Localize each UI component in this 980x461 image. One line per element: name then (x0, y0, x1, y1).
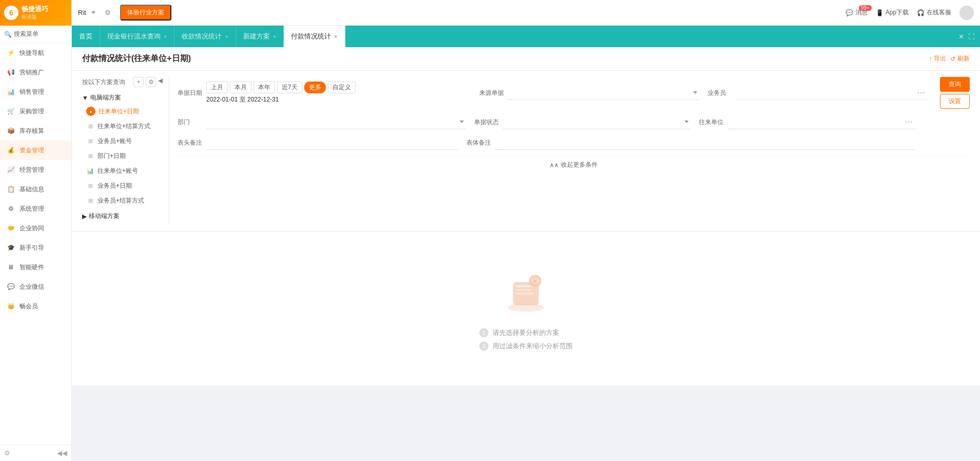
online-service-btn[interactable]: 🎧 在线客服 (917, 8, 951, 17)
settings-footer-icon[interactable]: ⚙ (4, 449, 10, 457)
table-icon-4: ⊞ (86, 182, 94, 190)
source-doc-field: 来源单据 (479, 86, 699, 100)
tab-bank-flow-label: 现金银行流水查询 (107, 32, 161, 41)
date-btn-custom[interactable]: 自定义 (328, 82, 356, 93)
quick-nav-label: 快捷导航 (19, 49, 44, 57)
trial-btn[interactable]: 体验行业方案 (120, 5, 171, 21)
enterprise-icon: 🤝 (6, 224, 15, 233)
tab-home[interactable]: 首页 (72, 26, 100, 47)
sidebar-item-quick-nav[interactable]: ⚡ 快捷导航 (0, 43, 71, 63)
enterprise-label: 企业协同 (19, 224, 44, 233)
tab-bank-flow-close[interactable]: × (164, 33, 167, 39)
date-btn-more[interactable]: 更多 (304, 82, 326, 93)
scheme-staff-settle-label: 业务员+结算方式 (97, 196, 144, 205)
scheme-unit-account[interactable]: 📊 往来单位+账号 (82, 164, 163, 178)
tab-payment-stat[interactable]: 付款情况统计 × (284, 26, 345, 47)
counterpart-select[interactable]: ··· (728, 115, 915, 129)
settings-btn[interactable]: 设置 (940, 94, 970, 109)
tab-collection-stat[interactable]: 收款情况统计 × (174, 26, 236, 47)
refresh-btn[interactable]: ↺ 刷新 (950, 54, 970, 63)
user-avatar[interactable] (959, 6, 974, 20)
collapse-more-btn[interactable]: ∧∧ 收起更多条件 (550, 161, 598, 169)
search-menu[interactable]: 🔍 搜索菜单 (0, 26, 71, 43)
sidebar-item-purchase[interactable]: 🛒 采购管理 (0, 102, 71, 121)
sidebar: 6 畅捷通巧 标准版 🔍 搜索菜单 ⚡ 快捷导航 📢 营销推广 📊 销售管理 🛒… (0, 0, 72, 461)
scheme-staff-date[interactable]: ⊞ 业务员+日期 (82, 179, 163, 193)
scheme-staff-account[interactable]: ⊞ 业务员+账号 (82, 134, 163, 148)
sidebar-item-member[interactable]: 👑 畅会员 (0, 296, 71, 316)
tab-new-scheme[interactable]: 新建方案 × (236, 26, 284, 47)
wechat-label: 企业微信 (19, 283, 44, 291)
scheme-staff-settle[interactable]: ⊞ 业务员+结算方式 (82, 194, 163, 208)
close-all-tabs-icon[interactable]: ✕ (958, 33, 964, 41)
tab-payment-stat-close[interactable]: × (334, 33, 337, 39)
scheme-settings-btn[interactable]: ⚙ (146, 77, 156, 87)
sidebar-item-hardware[interactable]: 🖥 智能硬件 (0, 257, 71, 277)
scheme-unit-date[interactable]: ● 往来单位+日期 (82, 104, 163, 118)
collapse-sidebar-icon[interactable]: ◀◀ (57, 449, 67, 457)
export-btn[interactable]: ↑ 导出 (929, 54, 946, 63)
refresh-icon: ↺ (950, 55, 955, 63)
sidebar-item-wechat[interactable]: 💬 企业微信 (0, 277, 71, 296)
app-download-btn[interactable]: 📱 App下载 (876, 8, 909, 17)
sidebar-item-marketing[interactable]: 📢 营销推广 (0, 63, 71, 82)
sidebar-item-basic[interactable]: 📋 基础信息 (0, 179, 71, 199)
expand-icon[interactable]: ⛶ (968, 33, 975, 41)
mobile-group-header[interactable]: ▶ 移动端方案 (82, 210, 163, 223)
scheme-actions: + ⚙ ◀ (133, 77, 163, 87)
purchase-icon: 🛒 (6, 107, 15, 116)
marketing-label: 营销推广 (19, 68, 44, 77)
messages-btn[interactable]: 💬 消息 99+ (846, 8, 868, 17)
guide-label: 新手引导 (19, 244, 44, 252)
staff-select[interactable]: ··· (736, 86, 928, 100)
sidebar-item-operation[interactable]: 📈 经营管理 (0, 160, 71, 179)
date-btn-this-year[interactable]: 本年 (253, 82, 275, 93)
collapse-bar: ∧∧ 收起更多条件 (178, 156, 970, 173)
scheme-unit-settle[interactable]: ⊞ 往来单位+结算方式 (82, 119, 163, 133)
brand-name: 畅捷通巧 (22, 5, 48, 13)
scheme-dept-date[interactable]: ⊞ 部门+日期 (82, 149, 163, 163)
desktop-group-header[interactable]: ▼ 电脑端方案 (82, 91, 163, 104)
counterpart-ellipsis[interactable]: ··· (905, 117, 913, 127)
sidebar-item-enterprise[interactable]: 🤝 企业协同 (0, 218, 71, 238)
desktop-scheme-group: ▼ 电脑端方案 ● 往来单位+日期 ⊞ 往来单位+结算方式 ⊞ 业务员+账号 (82, 91, 163, 208)
chart-icon-1: 📊 (86, 167, 94, 175)
tab-bank-flow[interactable]: 现金银行流水查询 × (100, 26, 174, 47)
desktop-group-label: 电脑端方案 (90, 93, 121, 102)
tab-new-scheme-close[interactable]: × (273, 33, 276, 39)
scheme-staff-date-label: 业务员+日期 (97, 182, 132, 190)
date-btn-7days[interactable]: 近7天 (277, 82, 302, 93)
date-btn-last-month[interactable]: 上月 (206, 82, 228, 93)
tab-collection-stat-close[interactable]: × (225, 33, 228, 39)
table-icon-2: ⊞ (86, 137, 94, 146)
messages-badge: 99+ (859, 5, 872, 11)
sidebar-item-sales[interactable]: 📊 销售管理 (0, 82, 71, 102)
sidebar-item-guide[interactable]: 🎓 新手引导 (0, 238, 71, 257)
sidebar-item-capital[interactable]: 💰 资金管理 (0, 141, 71, 160)
source-doc-select[interactable] (508, 86, 699, 100)
date-btn-this-month[interactable]: 本月 (230, 82, 251, 93)
date-field: 单据日期 上月 本月 本年 近7天 更多 自定义 2022-01-01 至 20… (178, 82, 471, 104)
dept-select[interactable] (206, 115, 466, 129)
header-note-input[interactable] (206, 135, 458, 150)
add-scheme-btn[interactable]: + (133, 77, 144, 87)
member-icon: 👑 (6, 302, 15, 311)
company-selector[interactable]: Rit (78, 9, 95, 16)
topbar-settings-btn[interactable]: ⚙ (101, 6, 115, 20)
sidebar-item-system[interactable]: ⚙ 系统管理 (0, 199, 71, 218)
staff-field: 业务员 ··· (708, 86, 928, 100)
tab-new-scheme-label: 新建方案 (243, 32, 270, 41)
sidebar-item-inventory[interactable]: 📦 库存核算 (0, 121, 71, 141)
empty-step-2: 2 用过滤条件来缩小分析范围 (479, 342, 573, 351)
empty-step-1: 1 请先选择要分析的方案 (479, 328, 573, 337)
collapse-more-label: 收起更多条件 (561, 161, 598, 169)
doc-status-select[interactable] (503, 115, 691, 129)
step-1-num: 1 (479, 328, 488, 337)
main-area: Rit ⚙ 体验行业方案 💬 消息 99+ 📱 App下载 🎧 在线客服 (72, 0, 980, 461)
staff-ellipsis[interactable]: ··· (917, 88, 926, 97)
table-icon-1: ⊞ (86, 123, 94, 131)
collapse-scheme-btn[interactable]: ◀ (158, 77, 163, 87)
export-icon: ↑ (929, 55, 932, 63)
body-note-input[interactable] (495, 135, 915, 150)
query-btn[interactable]: 查询 (940, 77, 970, 92)
